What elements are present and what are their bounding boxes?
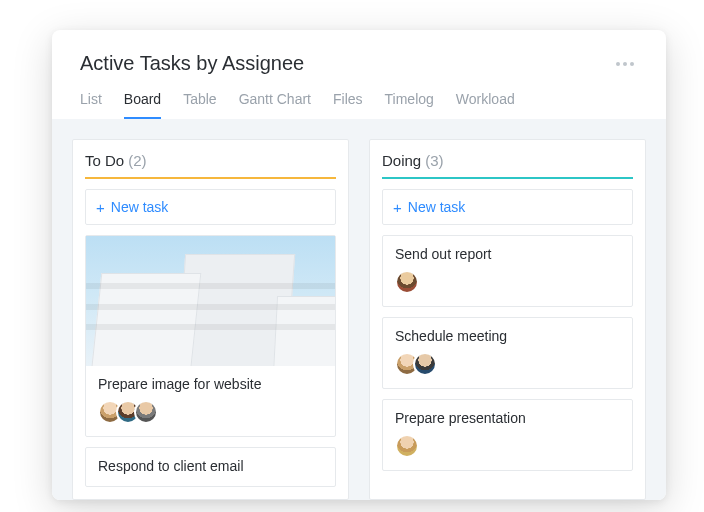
new-task-button-doing[interactable]: + New task (382, 189, 633, 225)
more-options-button[interactable] (612, 58, 638, 70)
plus-icon: + (96, 200, 105, 215)
panel-header: Active Tasks by Assignee List Board Tabl… (52, 30, 666, 119)
board-area: To Do (2) + New task Prepare image for w… (52, 119, 666, 500)
task-card-assignees (98, 400, 323, 424)
tab-board[interactable]: Board (124, 91, 161, 119)
task-board-panel: Active Tasks by Assignee List Board Tabl… (52, 30, 666, 500)
task-card-image (86, 236, 335, 366)
task-card[interactable]: Prepare presentation (382, 399, 633, 471)
tab-timelog[interactable]: Timelog (385, 91, 434, 119)
column-count: (2) (128, 152, 146, 169)
task-card-title: Send out report (395, 246, 620, 262)
avatar[interactable] (134, 400, 158, 424)
new-task-label: New task (111, 199, 169, 215)
tab-workload[interactable]: Workload (456, 91, 515, 119)
task-card[interactable]: Prepare image for website (85, 235, 336, 437)
task-card[interactable]: Schedule meeting (382, 317, 633, 389)
task-card-assignees (395, 352, 620, 376)
task-card-assignees (395, 270, 620, 294)
page-title: Active Tasks by Assignee (80, 52, 304, 75)
task-card-title: Prepare image for website (98, 376, 323, 392)
view-tabs: List Board Table Gantt Chart Files Timel… (80, 91, 638, 119)
column-count: (3) (425, 152, 443, 169)
column-todo: To Do (2) + New task Prepare image for w… (72, 139, 349, 500)
column-header-doing: Doing (3) (382, 152, 633, 179)
column-title: Doing (382, 152, 421, 169)
task-card-assignees (395, 434, 620, 458)
task-card-title: Respond to client email (98, 458, 323, 474)
task-card[interactable]: Respond to client email (85, 447, 336, 487)
tab-files[interactable]: Files (333, 91, 363, 119)
avatar[interactable] (395, 270, 419, 294)
task-card-title: Prepare presentation (395, 410, 620, 426)
column-title: To Do (85, 152, 124, 169)
column-doing: Doing (3) + New task Send out report Sch… (369, 139, 646, 500)
tab-gantt-chart[interactable]: Gantt Chart (239, 91, 311, 119)
task-card[interactable]: Send out report (382, 235, 633, 307)
task-card-title: Schedule meeting (395, 328, 620, 344)
new-task-label: New task (408, 199, 466, 215)
plus-icon: + (393, 200, 402, 215)
avatar[interactable] (413, 352, 437, 376)
tab-table[interactable]: Table (183, 91, 216, 119)
column-header-todo: To Do (2) (85, 152, 336, 179)
avatar[interactable] (395, 434, 419, 458)
tab-list[interactable]: List (80, 91, 102, 119)
new-task-button-todo[interactable]: + New task (85, 189, 336, 225)
